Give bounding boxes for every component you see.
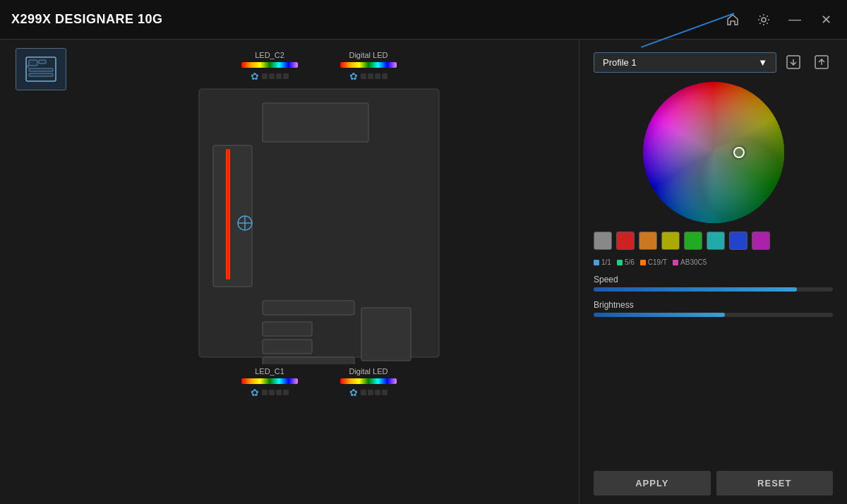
svg-rect-12 xyxy=(226,149,230,280)
component-labels: 1/15/6C19/TAB30C5 xyxy=(594,258,833,266)
speed-track[interactable] xyxy=(594,287,833,292)
led-c2-settings-icon[interactable]: ✿ xyxy=(251,71,259,82)
profile-export-button[interactable] xyxy=(810,51,833,73)
color-swatch-purple[interactable] xyxy=(752,232,770,250)
led-dot-6 xyxy=(368,73,373,79)
component-dot xyxy=(640,260,646,265)
component-label: C19/T xyxy=(640,258,667,266)
led-c2-label: LED_C2 xyxy=(255,51,284,59)
color-swatch-green[interactable] xyxy=(684,232,702,250)
led-dot-5 xyxy=(361,73,366,79)
minimize-button[interactable]: — xyxy=(785,10,805,30)
color-wheel[interactable] xyxy=(643,82,784,223)
led-c2-dots xyxy=(262,73,289,79)
svg-rect-17 xyxy=(263,322,312,336)
led-c2-icons: ✿ xyxy=(251,71,289,82)
led-dot-11 xyxy=(276,390,282,395)
led-dot-8 xyxy=(382,73,388,79)
brightness-fill xyxy=(594,313,725,317)
component-dot xyxy=(594,260,599,265)
speed-slider-row: Speed xyxy=(594,275,833,292)
digital-led-bottom-settings-icon[interactable]: ✿ xyxy=(349,387,358,398)
led-dot-10 xyxy=(269,390,275,395)
component-label: 5/6 xyxy=(617,258,635,266)
component-label-text: AB30C5 xyxy=(680,258,707,266)
digital-led-bottom-rainbow[interactable] xyxy=(340,378,397,384)
svg-rect-9 xyxy=(263,103,368,142)
app-title: X299X DESIGNARE 10G xyxy=(11,12,163,27)
svg-rect-20 xyxy=(361,308,411,361)
component-label: AB30C5 xyxy=(673,258,707,266)
led-dot-1 xyxy=(262,73,268,79)
digital-led-top-group: Digital LED ✿ xyxy=(340,51,397,82)
chevron-down-icon: ▼ xyxy=(758,57,767,68)
component-dot xyxy=(617,260,623,265)
digital-led-bottom-dots xyxy=(361,390,388,395)
titlebar: X299X DESIGNARE 10G — ✕ xyxy=(0,0,847,40)
component-label-text: 1/1 xyxy=(601,258,611,266)
motherboard-canvas xyxy=(192,82,446,364)
led-controls-bottom: LED_C1 ✿ Digita xyxy=(241,367,397,398)
reset-button[interactable]: RESET xyxy=(716,471,834,496)
digital-led-bottom-label: Digital LED xyxy=(349,367,388,376)
close-button[interactable]: ✕ xyxy=(816,10,836,30)
apply-button[interactable]: APPLY xyxy=(594,471,711,496)
led-dot-3 xyxy=(276,73,282,79)
led-dot-12 xyxy=(283,390,289,395)
led-dot-7 xyxy=(375,73,380,79)
profile-import-button[interactable] xyxy=(782,51,805,73)
led-c1-dots xyxy=(262,390,289,395)
color-swatches xyxy=(594,232,833,250)
led-c1-label: LED_C1 xyxy=(255,367,284,376)
led-dot-13 xyxy=(361,390,366,395)
digital-led-bottom-group: Digital LED ✿ xyxy=(340,367,397,398)
profile-row: Profile 1 ▼ xyxy=(594,51,833,73)
svg-rect-16 xyxy=(263,301,354,315)
svg-rect-3 xyxy=(39,60,46,64)
component-dot xyxy=(673,260,678,265)
digital-led-top-icons: ✿ xyxy=(349,71,388,82)
digital-led-top-rainbow[interactable] xyxy=(340,62,397,68)
led-dot-4 xyxy=(283,73,289,79)
led-c1-icons: ✿ xyxy=(251,387,289,398)
color-swatch-red[interactable] xyxy=(616,232,635,250)
window-controls: — ✕ xyxy=(723,10,836,30)
center-content: LED_C2 ✿ Digita xyxy=(75,48,563,398)
svg-rect-5 xyxy=(29,73,53,76)
settings-button[interactable] xyxy=(754,10,774,30)
right-panel: Profile 1 ▼ xyxy=(579,40,847,504)
led-c2-group: LED_C2 ✿ xyxy=(241,51,298,82)
color-swatch-yellow[interactable] xyxy=(661,232,680,250)
svg-rect-2 xyxy=(29,60,37,66)
led-dot-16 xyxy=(382,390,388,395)
left-panel: LED_C2 ✿ Digita xyxy=(0,40,579,504)
led-c2-rainbow[interactable] xyxy=(241,62,298,68)
device-icon[interactable] xyxy=(16,48,66,90)
led-c1-group: LED_C1 ✿ xyxy=(241,367,298,398)
color-swatch-orange[interactable] xyxy=(639,232,657,250)
led-dot-9 xyxy=(262,390,268,395)
profile-dropdown[interactable]: Profile 1 ▼ xyxy=(594,52,776,73)
svg-rect-19 xyxy=(263,357,354,364)
led-controls-top: LED_C2 ✿ Digita xyxy=(241,51,397,82)
digital-led-top-label: Digital LED xyxy=(349,51,388,59)
component-label-text: C19/T xyxy=(648,258,667,266)
led-c1-settings-icon[interactable]: ✿ xyxy=(251,387,259,398)
svg-rect-4 xyxy=(29,68,53,71)
brightness-slider-row: Brightness xyxy=(594,300,833,317)
brightness-track[interactable] xyxy=(594,313,833,317)
digital-led-top-settings-icon[interactable]: ✿ xyxy=(349,71,358,82)
color-swatch-teal[interactable] xyxy=(707,232,725,250)
profile-selected: Profile 1 xyxy=(603,57,637,68)
home-button[interactable] xyxy=(723,10,743,30)
color-swatch-blue[interactable] xyxy=(729,232,747,250)
color-swatch-gray[interactable] xyxy=(594,232,612,250)
led-dot-2 xyxy=(269,73,275,79)
digital-led-top-dots xyxy=(361,73,388,79)
color-wheel-cursor xyxy=(733,147,745,158)
svg-rect-18 xyxy=(263,340,312,354)
brightness-label: Brightness xyxy=(594,300,833,310)
main-content: LED_C2 ✿ Digita xyxy=(0,40,847,504)
led-c1-rainbow[interactable] xyxy=(241,378,298,384)
led-dot-15 xyxy=(375,390,380,395)
